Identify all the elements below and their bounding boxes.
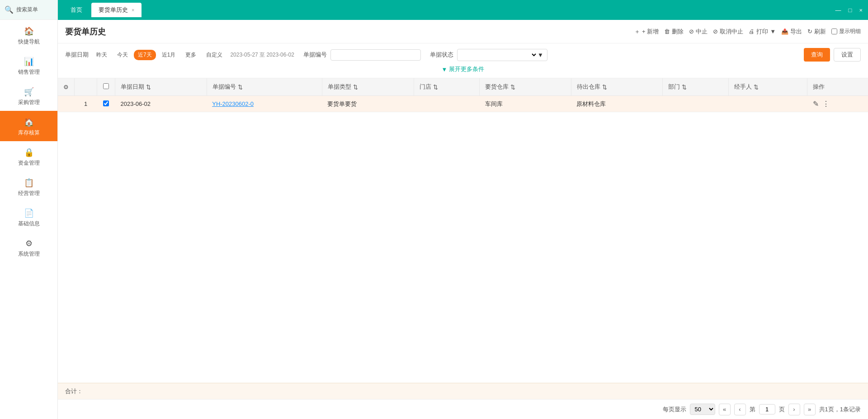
page-content: 要货单历史 ＋ + 新增 🗑 删除 ⊘ 中止 ⊘ 取消中止	[58, 20, 868, 419]
date-range-display: 2023-05-27 至 2023-06-02	[230, 51, 294, 59]
first-page-button[interactable]: «	[719, 404, 731, 415]
th-bill-no[interactable]: 单据编号 ⇅	[207, 78, 322, 96]
date-btn-7days[interactable]: 近7天	[134, 50, 156, 60]
window-close-button[interactable]: ×	[859, 7, 863, 14]
td-bill-type: 要货单要货	[322, 96, 414, 112]
prev-page-button[interactable]: ‹	[734, 404, 746, 415]
sidebar-search[interactable]: 🔍 搜索菜单	[0, 0, 57, 20]
select-all-checkbox[interactable]	[103, 83, 109, 89]
sidebar-search-label: 搜索菜单	[16, 6, 38, 14]
print-button[interactable]: 🖨 打印 ▼	[749, 28, 776, 36]
stop-button[interactable]: ⊘ 中止	[689, 28, 708, 36]
sidebar-item-inventory[interactable]: 🏠 库存核算	[0, 111, 57, 141]
refresh-button[interactable]: ↻ 刷新	[807, 28, 826, 36]
jump-label: 第	[750, 405, 755, 414]
bill-status-select-wrapper[interactable]: ▼	[457, 49, 547, 61]
sort-icon: ⇅	[146, 84, 151, 90]
edit-action-button[interactable]: ✎	[813, 100, 819, 108]
sidebar-item-finance[interactable]: 🔒 资金管理	[0, 141, 57, 171]
table-header-row: ⚙ 单据日期 ⇅	[58, 78, 868, 96]
sidebar-item-basic-info[interactable]: 📄 基础信息	[0, 202, 57, 232]
last-page-icon: »	[808, 406, 811, 413]
td-store	[414, 96, 479, 112]
operation-icon: 📋	[24, 178, 34, 188]
inventory-icon: 🏠	[24, 117, 34, 127]
prev-page-icon: ‹	[739, 406, 741, 413]
delete-icon: 🗑	[664, 28, 670, 35]
tab-close-icon[interactable]: ×	[132, 7, 134, 13]
sidebar-item-operation[interactable]: 📋 经营管理	[0, 171, 57, 202]
page-header: 要货单历史 ＋ + 新增 🗑 删除 ⊘ 中止 ⊘ 取消中止	[58, 20, 868, 43]
export-button[interactable]: 📤 导出	[781, 28, 802, 36]
display-detail-checkbox[interactable]: 显示明细	[831, 28, 861, 35]
tab-active[interactable]: 要货单历史 ×	[91, 3, 142, 17]
total-label: 合计：	[65, 387, 83, 395]
date-btn-more[interactable]: 更多	[181, 50, 200, 60]
page-size-select[interactable]: 50 10 20 100	[690, 404, 715, 415]
display-detail-check-input[interactable]	[831, 29, 837, 34]
sidebar-item-system[interactable]: ⚙ 系统管理	[0, 232, 57, 262]
topbar-right-actions: — □ ×	[835, 7, 863, 14]
page-number-input[interactable]	[759, 404, 775, 414]
window-maximize-button[interactable]: □	[849, 7, 852, 14]
expand-filter-button[interactable]: ▼ 展开更多条件	[442, 65, 485, 73]
settings-icon: ⚙	[63, 84, 69, 90]
expand-label: 展开更多条件	[449, 65, 484, 73]
bill-status-select[interactable]	[461, 51, 538, 59]
search-icon: 🔍	[5, 5, 14, 14]
th-bill-type[interactable]: 单据类型 ⇅	[322, 78, 414, 96]
cancel-stop-button[interactable]: ⊘ 取消中止	[713, 28, 743, 36]
query-button[interactable]: 查询	[804, 48, 830, 62]
sidebar-item-sales[interactable]: 📊 销售管理	[0, 50, 57, 81]
sidebar-item-label: 库存核算	[18, 129, 40, 137]
th-pending-warehouse[interactable]: 待出仓库 ⇅	[571, 78, 663, 96]
th-settings[interactable]: ⚙	[58, 78, 75, 96]
date-btn-yesterday[interactable]: 昨天	[92, 50, 111, 60]
refresh-icon: ↻	[807, 28, 812, 35]
more-action-button[interactable]: ⋮	[822, 100, 830, 108]
sort-icon: ⇅	[682, 84, 687, 90]
sidebar-item-label: 基础信息	[18, 220, 40, 228]
expand-icon: ▼	[442, 66, 448, 73]
print-dropdown-icon: ▼	[770, 28, 776, 35]
last-page-button[interactable]: »	[804, 404, 816, 415]
first-page-icon: «	[723, 406, 726, 413]
bill-no-link[interactable]: YH-20230602-0	[212, 100, 254, 107]
page-size-label: 每页显示	[663, 405, 686, 414]
sidebar: 🔍 搜索菜单 🏠 快捷导航 📊 销售管理 🛒 采购管理 🏠 库存核算 🔒 资金管…	[0, 0, 58, 419]
date-btn-today[interactable]: 今天	[113, 50, 132, 60]
td-pending-warehouse: 原材料仓库	[571, 96, 663, 112]
td-num: 1	[75, 96, 97, 112]
window-minimize-button[interactable]: —	[835, 7, 841, 14]
table-footer: 合计：	[58, 383, 868, 399]
sidebar-item-label: 快捷导航	[18, 38, 40, 46]
th-date[interactable]: 单据日期 ⇅	[115, 78, 207, 96]
row-checkbox[interactable]	[103, 100, 109, 106]
th-store[interactable]: 门店 ⇅	[414, 78, 479, 96]
next-page-button[interactable]: ›	[788, 404, 800, 415]
export-icon: 📤	[781, 28, 788, 35]
th-handler[interactable]: 经手人 ⇅	[728, 78, 807, 96]
th-req-warehouse[interactable]: 要货仓库 ⇅	[480, 78, 571, 96]
data-table: ⚙ 单据日期 ⇅	[58, 78, 868, 112]
new-button[interactable]: ＋ + 新增	[634, 28, 659, 36]
date-btn-custom[interactable]: 自定义	[202, 50, 226, 60]
td-settings	[58, 96, 75, 112]
tab-home[interactable]: 首页	[63, 3, 90, 17]
date-btn-1month[interactable]: 近1月	[158, 50, 180, 60]
sidebar-item-quick-nav[interactable]: 🏠 快捷导航	[0, 20, 57, 50]
td-bill-no: YH-20230602-0	[207, 96, 322, 112]
settings-button[interactable]: 设置	[834, 48, 861, 62]
sidebar-item-purchase[interactable]: 🛒 采购管理	[0, 81, 57, 111]
header-actions: ＋ + 新增 🗑 删除 ⊘ 中止 ⊘ 取消中止 🖨 打印	[634, 28, 861, 36]
table-container: ⚙ 单据日期 ⇅	[58, 78, 868, 383]
filter-row-expand: ▼ 展开更多条件	[65, 65, 861, 73]
delete-button[interactable]: 🗑 删除	[664, 28, 684, 36]
th-dept[interactable]: 部门 ⇅	[663, 78, 728, 96]
sort-icon: ⇅	[238, 84, 243, 90]
sidebar-item-label: 资金管理	[18, 159, 40, 167]
td-handler	[728, 96, 807, 112]
date-filter-buttons: 昨天 今天 近7天 近1月 更多 自定义	[92, 50, 226, 60]
bill-number-input[interactable]	[330, 49, 421, 61]
td-req-warehouse: 车间库	[480, 96, 571, 112]
